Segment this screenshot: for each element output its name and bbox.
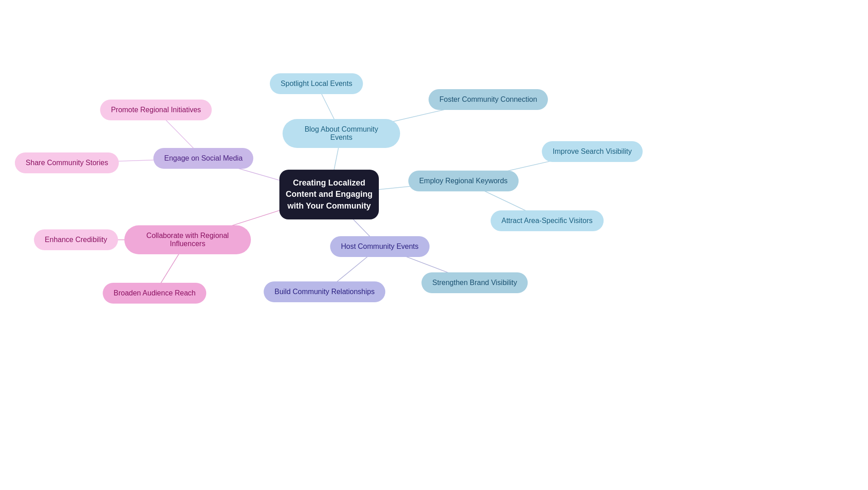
attract-area-specific-node[interactable]: Attract Area-Specific Visitors — [491, 210, 604, 231]
spotlight-local-events-node[interactable]: Spotlight Local Events — [270, 73, 363, 94]
strengthen-brand-node[interactable]: Strengthen Brand Visibility — [421, 272, 528, 293]
blog-about-community-node[interactable]: Blog About Community Events — [283, 119, 400, 148]
improve-search-visibility-node[interactable]: Improve Search Visibility — [542, 141, 643, 162]
build-community-relationships-node[interactable]: Build Community Relationships — [264, 281, 385, 302]
host-community-events-node[interactable]: Host Community Events — [330, 236, 429, 257]
employ-regional-keywords-node[interactable]: Employ Regional Keywords — [408, 171, 519, 191]
center-node[interactable]: Creating Localized Content and Engaging … — [279, 170, 379, 219]
mind-map-container: Creating Localized Content and Engaging … — [0, 0, 868, 490]
foster-community-node[interactable]: Foster Community Connection — [429, 89, 548, 110]
collaborate-regional-node[interactable]: Collaborate with Regional Influencers — [124, 225, 251, 254]
share-community-stories-node[interactable]: Share Community Stories — [15, 152, 119, 173]
promote-regional-node[interactable]: Promote Regional Initiatives — [100, 100, 212, 120]
engage-social-media-node[interactable]: Engage on Social Media — [153, 148, 253, 169]
broaden-audience-node[interactable]: Broaden Audience Reach — [103, 283, 206, 304]
enhance-credibility-node[interactable]: Enhance Credibility — [34, 229, 118, 250]
